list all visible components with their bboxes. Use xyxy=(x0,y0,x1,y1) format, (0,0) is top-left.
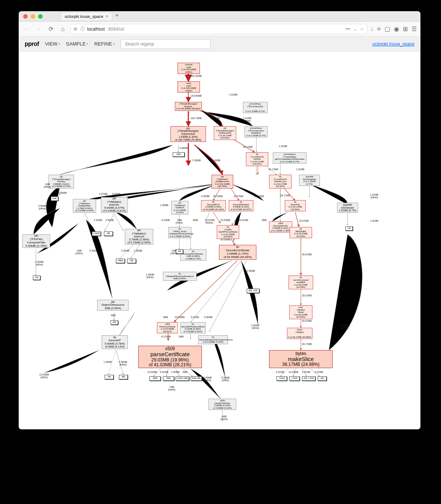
node-bytes-makeslice[interactable]: bytes makeSlice 36.17MB (24.88%) xyxy=(269,350,333,368)
node-parsepubkey[interactable]: x509parsePublicKey0.50MB (0.34%)of 4.50M… xyxy=(209,399,236,410)
node-getrepo[interactable]: pki(*SimpleManager)GetRepoFile0 of 34.17… xyxy=(214,126,236,140)
edge-label: 35.67MB xyxy=(302,320,312,322)
forward-button[interactable]: → xyxy=(34,25,43,34)
leaf-225[interactable]: 2.25kB xyxy=(289,376,300,381)
leaf-2kb[interactable]: 2kB xyxy=(318,376,327,381)
leaf-444[interactable]: 448kB xyxy=(116,259,125,263)
node-main-main[interactable]: mainmain0 of 145.42MB (100%) xyxy=(178,81,200,93)
edge-label: 1.01MB xyxy=(296,168,304,171)
node-prom-summary[interactable]: prometheus(*SummaryVec)...0 of 1.01MB (0… xyxy=(243,102,268,113)
node-validateiproa[interactable]: libValidateIPRoaCertificateList1MB (0.69… xyxy=(163,272,197,281)
sample-menu[interactable]: SAMPLE▾ xyxy=(66,41,89,47)
account-icon[interactable]: ◉ xyxy=(394,25,399,32)
tab-close-icon[interactable]: × xyxy=(105,14,108,19)
node-computepath[interactable]: pki(*PKIFile)ComputePath5.50MB (3.78%) xyxy=(22,234,50,248)
node-convertroa[interactable]: libConvertROAEntries1MB (0.69%)of 4MB (2… xyxy=(180,249,206,261)
leaf-252[interactable]: 2.52MB xyxy=(92,231,101,236)
node-objtoresource[interactable]: pkiObjectToResource3MB (2.06%) xyxy=(97,300,129,311)
leaf-168[interactable]: 168B..80B xyxy=(191,376,202,381)
leaf-4b[interactable]: 48B xyxy=(119,375,128,379)
home-button[interactable]: ⌂ xyxy=(58,25,67,34)
node-decoderoa[interactable]: libDecodeROA0.50MB (0.34%)of 29.52MB (20… xyxy=(201,200,226,211)
edge-label: 8.51MB xyxy=(302,371,310,373)
search-input[interactable]: Search regexp xyxy=(121,39,210,49)
reload-button[interactable]: ⟳ xyxy=(46,25,55,34)
node-addcrl[interactable]: pki(*Validator)AddCRL5.04MB (3.47%)of 5.… xyxy=(101,197,128,213)
node-exploreadd[interactable]: pki(*SimpleManager)ExploreAdd1.93MB (1.3… xyxy=(170,126,206,142)
node-decodecert[interactable]: libDecodeCertificate2.50MB (1.72%)of 65.… xyxy=(219,245,256,260)
edge-label: 3MB xyxy=(111,314,115,317)
downloads-icon[interactable]: ↓ xyxy=(370,25,373,32)
maximize-window[interactable] xyxy=(38,14,43,19)
leaf-12b2[interactable]: 12B xyxy=(33,276,40,280)
browser-tab[interactable]: octorpki inuse_space × xyxy=(61,12,112,21)
leaf-112[interactable]: 1120B..448B xyxy=(176,376,189,381)
node-decodeipaddr[interactable]: libDecodeIPAddressBlock0.51MB (0.35%)of … xyxy=(180,322,206,333)
node-prom-summaryvec[interactable]: prometheus(*SummaryVec)GetMetric0 of 1.0… xyxy=(244,126,268,137)
node-localfetch-getfile[interactable]: lib(*LocalFetch)GetFile0 of 34.17MB (23.… xyxy=(246,152,268,166)
edge-label: 0.50MB xyxy=(90,249,98,252)
back-button[interactable]: ← xyxy=(22,25,31,34)
node-x509-parsecert-large[interactable]: x509 parseCertificate 29.03MB (19.96%) o… xyxy=(138,346,202,368)
new-tab-button[interactable]: + xyxy=(115,12,118,21)
edge-label: 11.34MB xyxy=(254,195,264,197)
node-getpkicert[interactable]: lib(*CMS)GetRPKICertificate0 of 42.02MB … xyxy=(217,225,239,239)
node-explore[interactable]: (*SimpleManager)Explore0 of 143.90MB (98… xyxy=(175,102,202,111)
leaf-179[interactable]: 0kB..1.79kB xyxy=(302,376,315,381)
leaf-88112[interactable]: 88B..112B xyxy=(247,289,259,293)
node-decode-subjinfo[interactable]: libDecodeSubjectInformationAccess0 of 5.… xyxy=(198,335,228,344)
leaf-1452[interactable]: 896B xyxy=(149,376,161,381)
profile-name-link[interactable]: octorpki inuse_space xyxy=(372,41,414,47)
address-bar[interactable]: ⛨ ⓘ localhost:8084/ui/ ••• ⌄ ☆ xyxy=(70,24,367,34)
node-addmanifest[interactable]: pki(*Validator)AddManifest1.17MB (0.81%)… xyxy=(73,199,96,213)
call-graph[interactable]: runtimemain0 of 145.42MB (100%) mainmain… xyxy=(19,52,420,429)
close-window[interactable] xyxy=(23,14,28,19)
node-runtime-main[interactable]: runtimemain0 of 145.42MB (100%) xyxy=(178,63,200,74)
extensions-icon[interactable]: ⊞ xyxy=(403,25,408,32)
refine-menu[interactable]: REFINE▾ xyxy=(94,41,115,47)
node-addcert[interactable]: pki(*Validator)AddCert3.75MB (2.58%)of 5… xyxy=(125,229,153,245)
edge-label: 1.01MB(inline) xyxy=(243,117,251,122)
node-decodeip[interactable]: libDecodeIP5.50MB (3.78%)of 6MB (4.13%) xyxy=(102,335,128,349)
node-fetchfile[interactable]: libFetchFile0 of 34.17MB (23.50%) xyxy=(285,200,306,211)
node-ber2der[interactable]: libBER2DER0 of 35.67MB (24.53%) xyxy=(290,227,312,238)
node-x509-parsecert-sm[interactable]: x509ParseCertificate0 of 53.53MB (36.81%… xyxy=(157,322,178,333)
edge-label: 4.50MB(inline) xyxy=(203,376,212,382)
node-asn1structured[interactable]: libasn1StructuredreadBER0 of 35.67MB (24… xyxy=(289,276,313,289)
leaf-12b[interactable]: 12B xyxy=(345,226,353,231)
node-bytes-buffer[interactable]: bytes(*Buffer)...0 of 36.17MB (24.88%) xyxy=(287,328,312,339)
minimize-window[interactable] xyxy=(31,14,35,19)
node-decodemanifest[interactable]: libDecodeManifest0.50MB (0.34%)of 23.07M… xyxy=(229,200,253,211)
bookmark-icon[interactable]: ☆ xyxy=(360,27,364,32)
node-beni-read[interactable]: beni(*Buffer)Read0 of 35.67MB (24.53%) xyxy=(289,305,312,319)
node-parsedercrl[interactable]: x509ParseDERCRL0.50MB (0.34%)of 11.34MB … xyxy=(269,221,292,233)
sidebar-icon[interactable]: ▢ xyxy=(385,25,390,32)
node-addresource[interactable]: pki(*Validator)AddResource0 of 101.42MB … xyxy=(212,175,233,189)
site-info-icon[interactable]: ⓘ xyxy=(80,26,85,32)
node-addroa[interactable]: pki(*Validator)AddROA0 of 4.25MB (2.92%) xyxy=(171,201,188,215)
menu-icon[interactable]: ☰ xyxy=(411,25,417,32)
leaf-16b[interactable]: 16B xyxy=(105,375,114,379)
node-localfetch-getfileconv[interactable]: lib(*LocalFetch)GetFileConv0 of 34.17MB … xyxy=(269,175,292,189)
node-putfiles[interactable]: pki(*SimpleManager)PutFiles0.88MB (0.61%… xyxy=(49,175,74,189)
leaf-2[interactable]: 64kB xyxy=(51,196,58,201)
library-icon[interactable]: ⎆ xyxy=(377,25,381,32)
node-quantile-newtargeted[interactable]: quantileNewTargeted0 of 1.01MB (0.7%) xyxy=(299,175,320,186)
edge-label: 4.01MB xyxy=(276,371,284,373)
node-quantile-newstream[interactable]: quantilenewStream1.01MB (0.7%) xyxy=(337,203,358,213)
leaf-808[interactable]: 80B xyxy=(111,320,118,325)
edge-label: 34.17MB xyxy=(210,117,220,119)
page-actions-icon[interactable]: ••• xyxy=(345,27,350,32)
node-prom-metricmap[interactable]: prometheus(*metricMap)getOrCreateMetricW… xyxy=(273,152,306,164)
leaf-1[interactable]: 64kB xyxy=(173,152,185,157)
edge-label: 2.67MB xyxy=(99,193,107,195)
leaf-262[interactable]: 2.62kB xyxy=(277,376,287,381)
leaf-851[interactable]: 896B xyxy=(163,376,174,381)
pocket-icon[interactable]: ⌄ xyxy=(353,27,357,32)
edge-label: 12.50MB(inline) xyxy=(39,373,49,379)
view-menu[interactable]: VIEW▾ xyxy=(45,41,60,47)
node-rpki-roa-validate[interactable]: lib(*RPKI_ROA)ValidateIPRoaCertificate0 … xyxy=(168,227,191,238)
leaf-12b3[interactable]: 12B xyxy=(127,259,136,263)
edge-label: 3.50MB xyxy=(171,371,179,373)
leaf-32[interactable]: 32B xyxy=(104,231,113,236)
